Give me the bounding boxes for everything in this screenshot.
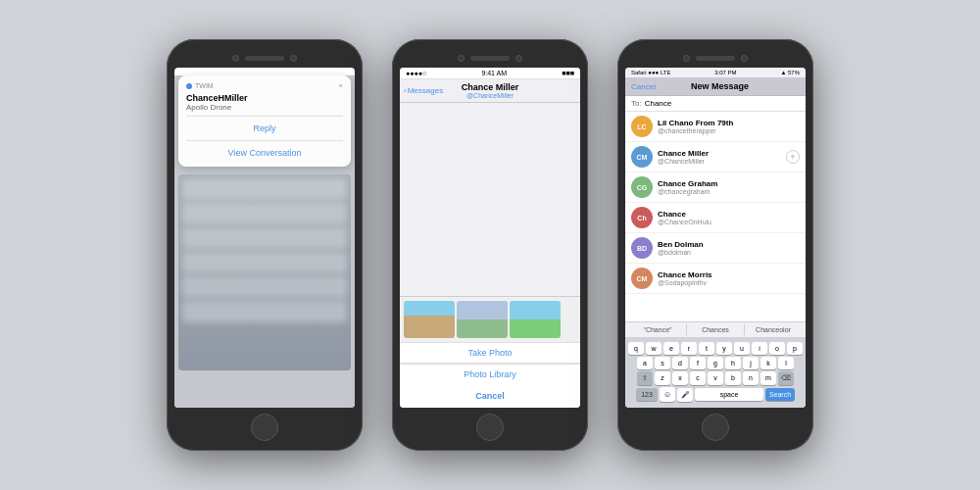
shift-key[interactable]: ⇧	[637, 371, 653, 385]
contact-handle-1: @ChanceMiller	[658, 158, 781, 165]
notif-app-label: TWIM	[186, 82, 214, 89]
nm-status-bar: Safari ●●● LTE 3:07 PM ▲ 57%	[625, 68, 806, 77]
phone-screen-1: TWIM × ChanceHMiller Apollo Drone Reply …	[174, 68, 355, 408]
photo-cancel-button[interactable]: Cancel	[404, 386, 576, 406]
messages-body	[400, 103, 580, 296]
key-h[interactable]: h	[725, 357, 741, 369]
contact-name-0: Lil Chano From 79th	[658, 119, 800, 127]
signal-bars: ●●●●○	[406, 70, 426, 76]
key-t[interactable]: t	[699, 342, 714, 355]
contact-item-3[interactable]: Ch Chance @ChanceOnHulu	[625, 203, 806, 233]
key-o[interactable]: o	[769, 342, 785, 355]
key-y[interactable]: y	[716, 342, 732, 355]
emoji-key[interactable]: ☺	[660, 387, 675, 402]
battery-indicator: ■■■	[562, 70, 574, 76]
num-key[interactable]: 123	[636, 388, 658, 401]
photo-thumb-3[interactable]	[510, 301, 561, 338]
phone-top-bar-3	[625, 51, 806, 68]
key-r[interactable]: r	[681, 342, 697, 355]
blur-row-4	[182, 252, 347, 273]
contact-handle-4: @bdolman	[658, 249, 800, 256]
key-u[interactable]: u	[734, 342, 750, 355]
contact-item-5[interactable]: CM Chance Morris @Sodapopinthv	[625, 264, 806, 294]
key-p[interactable]: p	[787, 342, 803, 355]
contact-avatar-5: CM	[631, 268, 653, 289]
back-button[interactable]: ‹ Messages	[404, 86, 443, 95]
home-button-1[interactable]	[251, 414, 278, 441]
key-a[interactable]: a	[637, 357, 653, 369]
key-g[interactable]: g	[708, 357, 723, 369]
notif-reply-button[interactable]: Reply	[186, 121, 343, 136]
photo-thumb-1[interactable]	[404, 301, 455, 338]
key-d[interactable]: d	[672, 357, 688, 369]
key-x[interactable]: x	[672, 371, 688, 385]
suggestion-2[interactable]: Chanceolor	[745, 324, 802, 335]
back-chevron-icon: ‹	[404, 86, 407, 95]
notification-screen: TWIM × ChanceHMiller Apollo Drone Reply …	[174, 75, 355, 408]
kb-row-3: ⇧ z x c v b n m ⌫	[627, 371, 804, 385]
contact-name-2: Chance Graham	[658, 179, 800, 188]
key-f[interactable]: f	[690, 357, 706, 369]
home-button-2[interactable]	[476, 414, 504, 441]
notif-subtitle: Apollo Drone	[186, 103, 343, 112]
search-key[interactable]: Search	[765, 388, 795, 401]
key-n[interactable]: n	[743, 371, 759, 385]
notif-view-conversation-button[interactable]: View Conversation	[186, 145, 343, 161]
notif-close-button[interactable]: ×	[338, 81, 343, 90]
key-z[interactable]: z	[655, 371, 670, 385]
new-msg-nav: Cancel New Message	[625, 77, 806, 96]
space-key[interactable]: space	[695, 388, 763, 401]
nm-to-label: To:	[631, 99, 642, 108]
nm-cancel-button[interactable]: Cancel	[631, 82, 656, 91]
contact-item-2[interactable]: CG Chance Graham @chancegraham	[625, 172, 806, 203]
key-q[interactable]: q	[628, 342, 644, 355]
key-v[interactable]: v	[708, 371, 723, 385]
blur-row-2	[182, 203, 347, 224]
keyboard: q w e r t y u i o p a s d f g h	[625, 338, 806, 408]
photo-library-button[interactable]: Photo Library	[400, 364, 580, 384]
delete-key[interactable]: ⌫	[778, 371, 794, 385]
kb-row-4: 123 ☺ 🎤 space Search	[627, 387, 804, 402]
contact-avatar-3: Ch	[631, 207, 653, 228]
suggestion-1[interactable]: Chances	[687, 324, 745, 335]
key-l[interactable]: l	[778, 357, 794, 369]
photo-thumb-2[interactable]	[457, 301, 508, 338]
key-m[interactable]: m	[760, 371, 776, 385]
key-i[interactable]: i	[752, 342, 767, 355]
messages-nav: ‹ Messages Chance Miller @ChanceMiller	[400, 79, 580, 103]
phone-2: ●●●●○ 9:41 AM ■■■ ‹ Messages Chance Mill…	[392, 39, 588, 451]
contact-avatar-4: BD	[631, 237, 653, 259]
new-message-screen: Safari ●●● LTE 3:07 PM ▲ 57% Cancel New …	[625, 68, 806, 408]
contact-info-1: Chance Miller @ChanceMiller	[658, 149, 781, 165]
key-s[interactable]: s	[655, 357, 670, 369]
phone-3: Safari ●●● LTE 3:07 PM ▲ 57% Cancel New …	[617, 39, 813, 451]
key-w[interactable]: w	[646, 342, 662, 355]
contact-item-0[interactable]: LC Lil Chano From 79th @chancetherapper	[625, 112, 806, 142]
key-k[interactable]: k	[760, 357, 776, 369]
key-e[interactable]: e	[663, 342, 679, 355]
take-photo-button[interactable]: Take Photo	[400, 342, 580, 363]
sensor-dot-2	[515, 55, 522, 62]
contact-avatar-2: CG	[631, 176, 653, 198]
add-contact-icon-1[interactable]: +	[786, 150, 800, 164]
mic-key[interactable]: 🎤	[677, 388, 693, 402]
notif-sender: ChanceHMiller	[186, 93, 343, 103]
msg-status-bar: ●●●●○ 9:41 AM ■■■	[400, 68, 580, 79]
contact-name-3: Chance	[658, 210, 800, 219]
key-j[interactable]: j	[743, 357, 759, 369]
contact-item-1[interactable]: CM Chance Miller @ChanceMiller +	[625, 142, 806, 172]
sensor-dot-3	[741, 55, 748, 62]
contact-info-2: Chance Graham @chancegraham	[658, 179, 800, 195]
key-b[interactable]: b	[725, 371, 741, 385]
contact-item-4[interactable]: BD Ben Dolman @bdolman	[625, 233, 806, 264]
phone-screen-2: ●●●●○ 9:41 AM ■■■ ‹ Messages Chance Mill…	[400, 68, 580, 408]
suggestion-0[interactable]: "Chance"	[629, 324, 687, 335]
contact-info-3: Chance @ChanceOnHulu	[658, 210, 800, 225]
blur-row-1	[182, 178, 347, 200]
status-time: 9:41 AM	[481, 70, 507, 76]
key-c[interactable]: c	[690, 371, 706, 385]
home-button-3[interactable]	[702, 414, 729, 441]
contact-name-5: Chance Morris	[658, 270, 800, 279]
blurred-messages-area	[178, 174, 351, 370]
nm-to-input[interactable]: Chance	[645, 99, 800, 108]
